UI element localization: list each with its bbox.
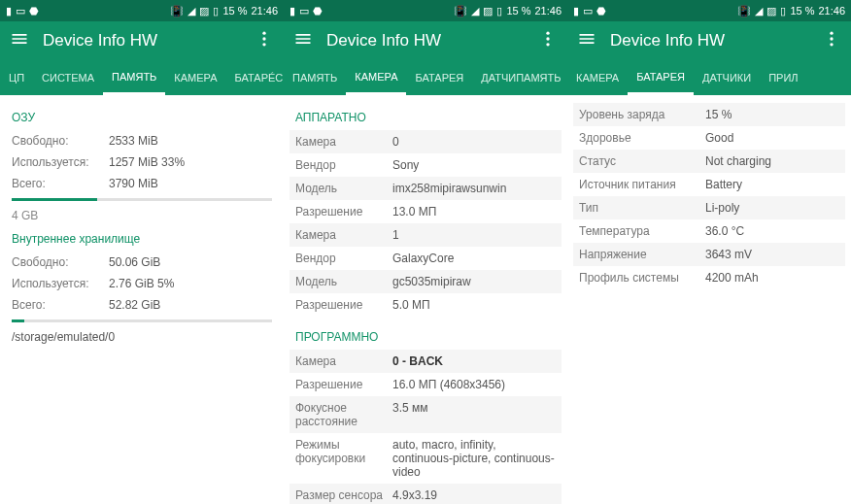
tab-battery[interactable]: БАТАРЕЯ: [628, 60, 694, 95]
tab-memory[interactable]: ПАМЯТЬ: [284, 60, 346, 95]
notification-icon: ▭: [583, 5, 593, 17]
tab-bar: ЦП СИСТЕМА ПАМЯТЬ КАМЕРА БАТАРÉСИСТЕМА: [0, 60, 284, 95]
vibrate-icon: 📳: [737, 5, 751, 17]
tab-system[interactable]: СИСТЕМА: [33, 60, 103, 95]
app-bar: Device Info HW: [284, 21, 567, 60]
svg-point-0: [262, 32, 265, 35]
value: 1257 MiB 33%: [109, 155, 272, 169]
value: 16.0 МП (4608x3456): [392, 378, 556, 391]
label: Разрешение: [295, 298, 392, 312]
notification-icon: ▭: [16, 5, 25, 17]
battery-percent: 15 %: [222, 5, 247, 17]
label: Вендор: [295, 252, 392, 265]
value: 4200 mAh: [705, 271, 839, 285]
value: 0: [392, 135, 556, 149]
tab-sensors-memory[interactable]: ДАТЧИПАМЯТЬ: [472, 60, 567, 95]
label: Модель: [295, 182, 392, 195]
tab-apps[interactable]: ПРИЛ: [760, 60, 806, 95]
tab-camera[interactable]: КАМЕРА: [165, 60, 225, 95]
tab-battery[interactable]: БАТАРЕЯ: [406, 60, 472, 95]
notification-icon: ▮: [289, 5, 295, 17]
content-memory: ОЗУ Свободно:2533 MiB Используется:1257 …: [0, 95, 284, 504]
label: Камера: [295, 354, 392, 368]
section-storage: Внутреннее хранилище: [12, 232, 272, 246]
ram-progress: [12, 198, 272, 201]
value: Not charging: [705, 154, 839, 168]
value: gc5035mipiraw: [392, 275, 556, 288]
tab-memory[interactable]: ПАМЯТЬ: [103, 60, 165, 95]
label: Свободно:: [12, 134, 109, 148]
ram-capacity: 4 GB: [12, 209, 272, 222]
label: Уровень заряда: [579, 108, 705, 121]
value: auto, macro, infinity, continuous-pictur…: [392, 438, 556, 479]
wifi-icon: ◢: [187, 5, 195, 17]
label: Режимы фокусировки: [295, 438, 392, 479]
svg-point-4: [546, 37, 549, 40]
wifi-icon: ◢: [755, 5, 763, 17]
notification-icon: ▮: [573, 5, 579, 17]
status-bar: ▮ ▭ ⬣ 📳 ◢ ▨ ▯ 15 % 21:46: [0, 0, 284, 21]
more-icon[interactable]: [822, 29, 841, 52]
content-camera: АППАРАТНО Камера0 ВендорSony Модельimx25…: [284, 95, 567, 504]
value: GalaxyCore: [392, 252, 556, 265]
value: 2.76 GiB 5%: [109, 277, 272, 290]
label: Статус: [579, 154, 705, 168]
app-title: Device Info HW: [326, 31, 538, 50]
menu-icon[interactable]: [10, 29, 29, 52]
no-sim-icon: ▨: [766, 5, 776, 17]
more-icon[interactable]: [255, 29, 274, 52]
svg-point-3: [546, 32, 549, 35]
value: 52.82 GiB: [109, 298, 272, 312]
svg-point-8: [830, 43, 833, 46]
menu-icon[interactable]: [577, 29, 596, 52]
app-title: Device Info HW: [610, 31, 822, 50]
label: Источник питания: [579, 178, 705, 191]
label: Напряжение: [579, 248, 705, 261]
label: Свободно:: [12, 255, 109, 269]
svg-point-2: [262, 43, 265, 46]
value: 5.0 МП: [392, 298, 556, 312]
storage-progress: [12, 319, 272, 322]
value: 3.5 мм: [392, 401, 556, 428]
tab-bar: КАМЕРА БАТАРЕЯ ДАТЧИКИ ПРИЛ: [567, 60, 851, 95]
value: Battery: [705, 178, 839, 191]
wifi-icon: ◢: [471, 5, 479, 17]
tab-sensors[interactable]: ДАТЧИКИ: [694, 60, 760, 95]
clock: 21:46: [534, 5, 562, 17]
value: Good: [705, 131, 839, 145]
value: 13.0 МП: [392, 205, 556, 218]
label: Тип: [579, 201, 705, 215]
label: Используется:: [12, 277, 109, 290]
battery-percent: 15 %: [506, 5, 530, 17]
tab-camera[interactable]: КАМЕРА: [346, 60, 406, 95]
label: Размер сенсора: [295, 488, 392, 502]
tab-camera[interactable]: КАМЕРА: [567, 60, 628, 95]
no-sim-icon: ▨: [483, 5, 493, 17]
more-icon[interactable]: [538, 29, 558, 52]
value: 36.0 °C: [705, 224, 839, 238]
label: Здоровье: [579, 131, 705, 145]
battery-percent: 15 %: [790, 5, 814, 17]
clock: 21:46: [251, 5, 278, 17]
tab-battery-system[interactable]: БАТАРÉСИСТЕМА: [226, 60, 284, 95]
vibrate-icon: 📳: [454, 5, 467, 17]
section-software: ПРОГРАММНО: [295, 330, 556, 344]
section-ram: ОЗУ: [12, 111, 272, 124]
menu-icon[interactable]: [293, 29, 313, 52]
screen-battery: ▮ ▭ ⬣ 📳 ◢ ▨ ▯ 15 % 21:46 Device Info HW …: [567, 0, 851, 504]
battery-icon: ▯: [213, 5, 219, 17]
label: Вендор: [295, 158, 392, 172]
notification-icon: ⬣: [29, 5, 39, 17]
label: Фокусное расстояние: [295, 401, 392, 428]
tab-cpu[interactable]: ЦП: [0, 60, 33, 95]
status-bar: ▮ ▭ ⬣ 📳 ◢ ▨ ▯ 15 % 21:46: [567, 0, 851, 21]
value: 3643 mV: [705, 248, 839, 261]
label: Используется:: [12, 155, 109, 169]
app-bar: Device Info HW: [567, 21, 851, 60]
value: 1: [392, 228, 556, 242]
app-bar: Device Info HW: [0, 21, 284, 60]
svg-point-5: [546, 43, 549, 46]
value: 4.9x3.19: [392, 488, 556, 502]
battery-icon: ▯: [780, 5, 786, 17]
notification-icon: ⬣: [313, 5, 323, 17]
